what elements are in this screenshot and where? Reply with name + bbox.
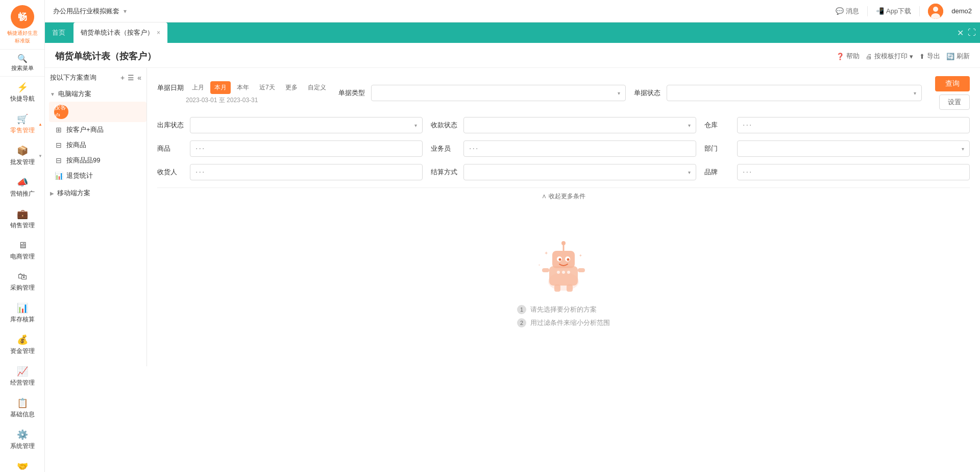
- sidebar-item-inventory[interactable]: 📊 库存核算: [0, 297, 44, 329]
- date-btn-current-month[interactable]: 本月: [210, 81, 231, 94]
- download-icon: 📲: [876, 7, 884, 15]
- scheme-icon: ⊟: [54, 156, 63, 164]
- sidebar-item-label: 经营管理: [10, 379, 35, 387]
- scheme-panel-title: 按以下方案查询: [50, 73, 96, 82]
- tab-home[interactable]: 首页: [45, 22, 72, 43]
- date-btn-current-year[interactable]: 本年: [233, 81, 253, 94]
- sidebar-item-sales[interactable]: 💼 销售管理: [0, 203, 44, 235]
- order-type-dropdown[interactable]: ▾: [371, 85, 626, 101]
- sidebar-item-marketing[interactable]: 📣 营销推广: [0, 172, 44, 203]
- logo-area[interactable]: 畅 畅捷通好生意 标准版: [0, 0, 44, 50]
- filter-settlement-item: 结算方式 ▾: [431, 164, 696, 180]
- sidebar-item-wholesale[interactable]: 📦 批发管理: [0, 140, 44, 172]
- export-btn[interactable]: ⬆ 导出: [919, 52, 940, 61]
- system-icon: ⚙️: [17, 429, 28, 440]
- sidebar-item-finance[interactable]: 💰 资金管理: [0, 329, 44, 361]
- tab-expand-icon[interactable]: ⛶: [968, 28, 976, 37]
- svg-text:✦: ✦: [544, 250, 548, 256]
- sidebar-item-enterprise[interactable]: 🤝 企业协同: [0, 456, 44, 472]
- sidebar-search[interactable]: 🔍 搜索菜单: [0, 50, 44, 77]
- refresh-btn[interactable]: 🔄 刷新: [946, 52, 970, 61]
- salesperson-input[interactable]: ···: [463, 140, 696, 157]
- payment-dropdown[interactable]: ▾: [463, 117, 696, 133]
- sidebar-item-label: 系统管理: [10, 442, 35, 451]
- empty-tip-2: 2 用过滤条件来缩小分析范围: [517, 318, 610, 327]
- settlement-dropdown[interactable]: ▾: [463, 164, 696, 180]
- scheme-item-refund[interactable]: 📊 退货统计: [49, 168, 146, 183]
- order-status-label: 单据状态: [634, 88, 663, 98]
- tab-restore-icon[interactable]: ✕: [957, 28, 964, 38]
- svg-point-1: [933, 7, 938, 12]
- sidebar-item-basic-info[interactable]: 📋 基础信息: [0, 392, 44, 424]
- sidebar-item-purchase[interactable]: 🛍 采购管理: [0, 266, 44, 297]
- scheme-group-mobile-toggle[interactable]: ▶ 移动端方案: [45, 185, 146, 201]
- print-label: 按模板打印: [874, 52, 908, 61]
- order-type-label: 单据类型: [338, 88, 367, 98]
- print-btn[interactable]: 🖨 按模板打印 ▾: [866, 52, 913, 61]
- date-btn-custom[interactable]: 自定义: [304, 81, 330, 94]
- scheme-label: 按商品: [66, 140, 86, 150]
- query-button[interactable]: 查询: [935, 76, 970, 91]
- scheme-icon: ⊞: [54, 126, 63, 134]
- department-dropdown[interactable]: ▾: [737, 140, 970, 157]
- search-icon: 🔍: [17, 54, 28, 63]
- filter-row-2: 出库状态 ▾ 收款状态 ▾: [157, 117, 970, 133]
- sidebar-item-label: 资金管理: [10, 347, 35, 356]
- date-btn-more[interactable]: 更多: [281, 81, 302, 94]
- messages-btn[interactable]: 💬 消息: [836, 7, 859, 16]
- app-download-btn[interactable]: 📲 App下载: [876, 7, 911, 16]
- sidebar-item-ecommerce[interactable]: 🖥 电商管理: [0, 235, 44, 266]
- tab-bar: 首页 销货单统计表（按客户） × ✕ ⛶: [45, 22, 980, 43]
- svg-rect-13: [578, 268, 585, 272]
- scheme-collapse-btn[interactable]: «: [137, 74, 141, 82]
- scheme-item-by-customer[interactable]: 按客户: [49, 102, 146, 122]
- date-btn-7days[interactable]: 近7天: [255, 81, 279, 94]
- brand-dots: ···: [743, 168, 752, 177]
- recipient-input[interactable]: ···: [190, 164, 423, 180]
- scheme-add-btn[interactable]: +: [120, 74, 125, 82]
- print-icon: 🖨: [866, 53, 872, 60]
- setting-button[interactable]: 设置: [939, 95, 970, 110]
- salesperson-dots: ···: [469, 144, 479, 153]
- filter-recipient-item: 收货人 ···: [157, 164, 423, 180]
- dropdown-arrow: ▾: [688, 123, 691, 128]
- group-label: 移动端方案: [57, 188, 90, 198]
- collapse-bar[interactable]: ∧ 收起更多条件: [157, 187, 970, 205]
- scheme-settings-btn[interactable]: ☰: [128, 74, 134, 82]
- order-status-dropdown[interactable]: ▾: [667, 85, 922, 101]
- scheme-item-product99[interactable]: ⊟ 按商品品99: [49, 153, 146, 168]
- sidebar-item-retail[interactable]: 🛒 零售管理: [0, 108, 44, 140]
- sidebar-item-system[interactable]: ⚙️ 系统管理: [0, 424, 44, 456]
- group-arrow: ▶: [50, 191, 54, 196]
- sidebar-item-operations[interactable]: 📈 经营管理: [0, 361, 44, 392]
- filter-payment-item: 收款状态 ▾: [431, 117, 696, 133]
- empty-icon: ✦ ✦ ✦: [533, 235, 594, 297]
- tab-close-btn[interactable]: ×: [157, 29, 160, 36]
- help-btn[interactable]: ❓ 帮助: [836, 52, 860, 61]
- username[interactable]: demo2: [951, 7, 972, 15]
- delivery-dropdown[interactable]: ▾: [190, 117, 423, 133]
- svg-text:✦: ✦: [538, 264, 541, 267]
- scheme-group-toggle[interactable]: ▼ 电脑端方案: [45, 86, 146, 102]
- date-label: 单据日期: [157, 83, 186, 92]
- date-range: 2023-03-01 至 2023-03-31: [186, 96, 258, 105]
- breadcrumb: 办公用品行业模拟账套: [53, 7, 119, 16]
- svg-rect-18: [567, 285, 573, 292]
- brand-input[interactable]: ···: [737, 164, 970, 180]
- scheme-item-product[interactable]: ⊟ 按商品: [49, 137, 146, 153]
- scheme-panel: 按以下方案查询 + ☰ « ▼ 电脑端方案: [45, 68, 147, 366]
- product-input[interactable]: ···: [190, 140, 423, 157]
- scheme-group-desktop: ▼ 电脑端方案 按客户 ⊞ 按客户+商品: [45, 86, 146, 183]
- sidebar-item-label: 电商管理: [10, 252, 35, 261]
- date-btn-last-month[interactable]: 上月: [188, 81, 208, 94]
- marketing-icon: 📣: [17, 177, 28, 188]
- svg-rect-17: [554, 285, 560, 292]
- warehouse-input[interactable]: ···: [737, 117, 970, 133]
- filter-row-3: 商品 ··· 业务员 ··· 部门: [157, 140, 970, 157]
- home-label: 首页: [52, 28, 65, 37]
- tab-bar-actions: ✕ ⛶: [957, 28, 980, 38]
- scheme-item-customer-product[interactable]: ⊞ 按客户+商品: [49, 122, 146, 137]
- sidebar-item-quick-nav[interactable]: ⚡ 快捷导航: [0, 77, 44, 108]
- empty-tip-1: 1 请先选择要分析的方案: [517, 305, 610, 314]
- tab-active[interactable]: 销货单统计表（按客户） ×: [74, 22, 167, 43]
